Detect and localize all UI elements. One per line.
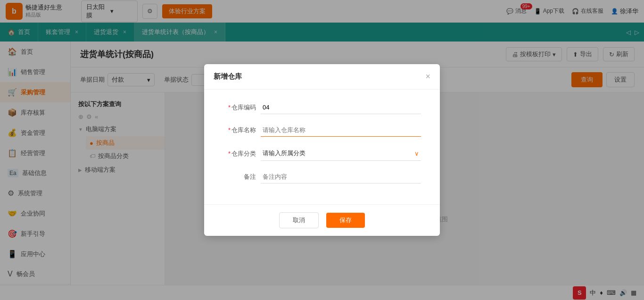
remark-input[interactable]	[261, 170, 421, 183]
category-select[interactable]: 请输入所属分类 ∨	[261, 146, 421, 161]
dialog-close-button[interactable]: ×	[425, 72, 430, 82]
form-row-name: 仓库名称	[223, 124, 421, 137]
category-placeholder: 请输入所属分类	[263, 149, 305, 158]
modal-overlay[interactable]: 新增仓库 × 仓库编码 仓库名称 仓库分类 请输入所属分类 ∨ 备注	[0, 0, 644, 300]
dialog-footer: 取消 保存	[204, 204, 440, 236]
category-select-arrow: ∨	[414, 150, 419, 157]
form-row-category: 仓库分类 请输入所属分类 ∨	[223, 146, 421, 161]
save-button[interactable]: 保存	[326, 213, 365, 228]
code-label: 仓库编码	[223, 103, 256, 112]
category-label: 仓库分类	[223, 150, 256, 158]
dialog-header: 新增仓库 ×	[204, 64, 440, 90]
code-input[interactable]	[261, 101, 421, 114]
add-warehouse-dialog: 新增仓库 × 仓库编码 仓库名称 仓库分类 请输入所属分类 ∨ 备注	[204, 64, 440, 236]
name-label: 仓库名称	[223, 126, 256, 134]
remark-label: 备注	[223, 173, 256, 181]
dialog-title: 新增仓库	[214, 72, 242, 81]
form-row-code: 仓库编码	[223, 101, 421, 114]
name-input[interactable]	[261, 124, 421, 137]
cancel-button[interactable]: 取消	[279, 212, 319, 228]
form-row-remark: 备注	[223, 170, 421, 183]
dialog-body: 仓库编码 仓库名称 仓库分类 请输入所属分类 ∨ 备注	[204, 90, 440, 204]
